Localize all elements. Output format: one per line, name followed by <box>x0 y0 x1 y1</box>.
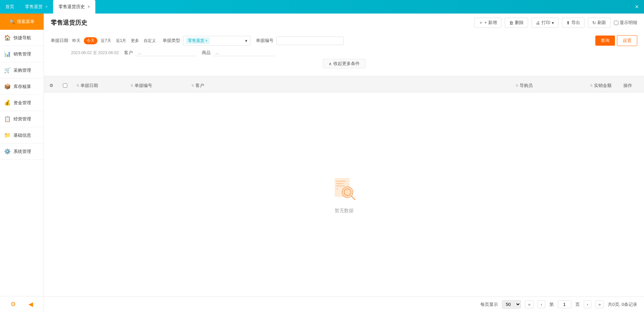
doc-type-tag-text: 零售退货 <box>188 38 204 44</box>
query-button[interactable]: 查询 <box>595 36 615 46</box>
sidebar: 🔍 搜索菜单 🏠 快捷导航 📊 销售管理 🛒 采购管理 📦 库存核算 💰 资金管… <box>0 14 44 312</box>
current-page-input[interactable] <box>558 300 571 308</box>
sidebar-item-basic-info[interactable]: 📁 基础信息 <box>0 127 44 143</box>
sort-guide-icon[interactable]: ⇅ <box>516 84 518 87</box>
nav-tabs: 首页 零售退货 × 零售退货历史 × <box>0 0 629 14</box>
sidebar-item-basic-info-label: 基础信息 <box>14 132 31 138</box>
page-unit: 页 <box>575 302 580 308</box>
doc-type-filter: 单据类型 零售退货 × ▾ <box>163 36 251 46</box>
collapse-sidebar-icon[interactable]: ◀ <box>28 300 33 308</box>
window-close-button[interactable]: × <box>629 3 644 10</box>
sidebar-item-purchase-label: 采购管理 <box>14 67 31 73</box>
date-range-display: 2023-06-02 至 2023-06-02 <box>51 50 119 56</box>
sidebar-item-operations[interactable]: 📋 经营管理 <box>0 111 44 127</box>
prev-page-button[interactable]: ‹ <box>538 300 545 308</box>
shortcut-yesterday[interactable]: 昨天 <box>71 37 82 44</box>
empty-text: 暂无数据 <box>335 208 354 214</box>
doc-type-label: 单据类型 <box>163 38 180 44</box>
filter-row-2: 2023-06-02 至 2023-06-02 客户 商品 <box>51 49 637 56</box>
add-button[interactable]: ＋ + 新增 <box>474 18 501 28</box>
show-detail-checkbox[interactable] <box>614 21 618 25</box>
header-operation: 操作 <box>614 83 641 89</box>
shortcut-custom[interactable]: 自定义 <box>142 37 157 44</box>
table-container: ⚙ ⇅ 单据日期 ⇅ 单据编号 ⇅ 客户 ⇅ <box>44 79 644 312</box>
page-size-label: 每页显示 <box>480 302 498 308</box>
svg-line-6 <box>352 196 355 200</box>
page-label: 第 <box>549 302 554 308</box>
tab-home[interactable]: 首页 <box>0 0 20 14</box>
sort-docno-icon[interactable]: ⇅ <box>130 84 133 87</box>
shortcut-1month[interactable]: 近1月 <box>115 37 128 44</box>
sidebar-item-sales-label: 销售管理 <box>14 51 31 57</box>
header-docno-label: 单据编号 <box>135 83 152 89</box>
goods-input[interactable] <box>213 49 274 56</box>
refresh-label: 刷新 <box>597 20 606 26</box>
main-layout: 🔍 搜索菜单 🏠 快捷导航 📊 销售管理 🛒 采购管理 📦 库存核算 💰 资金管… <box>0 14 644 312</box>
select-all-checkbox[interactable] <box>63 83 67 88</box>
tab-retail-return-close[interactable]: × <box>45 4 48 9</box>
doc-type-tag-close[interactable]: × <box>205 39 207 43</box>
settings-bottom-icon[interactable]: ⚙ <box>10 300 16 308</box>
show-detail-checkbox-label[interactable]: 显示明细 <box>614 20 637 26</box>
date-filter-label: 单据日期 <box>51 38 68 44</box>
export-icon: ⬆ <box>566 20 570 25</box>
sidebar-item-system-label: 系统管理 <box>14 149 31 155</box>
svg-point-7 <box>337 188 338 190</box>
shortcut-more[interactable]: 更多 <box>129 37 140 44</box>
header-docno: ⇅ 单据编号 <box>128 83 189 89</box>
sort-amount-icon[interactable]: ⇅ <box>590 84 593 87</box>
print-icon: 🖨 <box>536 20 540 25</box>
header-customer-label: 客户 <box>195 83 204 89</box>
sort-date-icon[interactable]: ⇅ <box>76 84 79 87</box>
date-range-text: 2023-06-02 至 2023-06-02 <box>71 50 119 56</box>
basic-info-icon: 📁 <box>4 132 11 138</box>
finance-icon: 💰 <box>4 99 11 106</box>
sidebar-search[interactable]: 🔍 搜索菜单 <box>0 14 44 30</box>
inventory-icon: 📦 <box>4 83 11 90</box>
page-title: 零售退货历史 <box>51 19 87 27</box>
tab-retail-return[interactable]: 零售退货 × <box>20 0 53 14</box>
header-actions: ＋ + 新增 🗑 删除 🖨 打印 ▾ ⬆ 导出 <box>474 18 637 28</box>
shortcut-today[interactable]: 今天 <box>84 37 97 44</box>
header-customer: ⇅ 客户 <box>189 83 513 89</box>
doc-type-select[interactable]: 零售退货 × ▾ <box>183 36 251 46</box>
goods-filter: 商品 <box>202 49 274 56</box>
doc-no-input[interactable] <box>276 37 344 45</box>
content-area: 零售退货历史 ＋ + 新增 🗑 删除 🖨 打印 ▾ <box>44 14 644 312</box>
header-guide-label: 导购员 <box>520 83 533 89</box>
total-text: 共0页, 0条记录 <box>608 302 637 308</box>
print-button[interactable]: 🖨 打印 ▾ <box>531 18 558 28</box>
table-settings-icon[interactable]: ⚙ <box>49 83 53 88</box>
svg-rect-3 <box>336 185 345 186</box>
sidebar-item-purchase[interactable]: 🛒 采购管理 <box>0 62 44 79</box>
sidebar-item-quick-nav[interactable]: 🏠 快捷导航 <box>0 30 44 46</box>
next-page-button[interactable]: › <box>584 300 591 308</box>
header-settings[interactable]: ⚙ <box>47 83 60 88</box>
filter-row-1: 单据日期 昨天 今天 近7天 近1月 更多 自定义 单据类型 <box>51 35 637 46</box>
sidebar-item-sales[interactable]: 📊 销售管理 <box>0 46 44 62</box>
filter-area: 单据日期 昨天 今天 近7天 近1月 更多 自定义 单据类型 <box>51 32 637 76</box>
shortcut-7days[interactable]: 近7天 <box>99 37 113 44</box>
customer-filter: 客户 <box>124 49 196 56</box>
sidebar-item-finance[interactable]: 💰 资金管理 <box>0 95 44 111</box>
customer-input[interactable] <box>136 49 196 56</box>
page-size-select[interactable]: 50 10 20 100 <box>502 300 521 309</box>
refresh-button[interactable]: ↻ 刷新 <box>588 18 611 28</box>
customer-label: 客户 <box>124 50 133 56</box>
settings-button[interactable]: 设置 <box>617 35 637 46</box>
doc-type-dropdown-icon: ▾ <box>245 38 247 43</box>
goods-label: 商品 <box>202 50 211 56</box>
delete-icon: 🗑 <box>509 20 514 25</box>
first-page-button[interactable]: « <box>525 300 533 308</box>
collapse-filter-button[interactable]: ∧ 收起更多条件 <box>323 59 365 68</box>
sidebar-item-inventory[interactable]: 📦 库存核算 <box>0 79 44 95</box>
sort-customer-icon[interactable]: ⇅ <box>191 84 194 87</box>
tab-retail-return-history-close[interactable]: × <box>88 4 90 9</box>
delete-button[interactable]: 🗑 删除 <box>505 18 528 28</box>
header-checkbox[interactable] <box>60 83 74 88</box>
tab-retail-return-history[interactable]: 零售退货历史 × <box>53 0 95 14</box>
export-button[interactable]: ⬆ 导出 <box>562 18 585 28</box>
sidebar-item-system[interactable]: ⚙️ 系统管理 <box>0 143 44 160</box>
last-page-button[interactable]: » <box>595 300 604 308</box>
delete-label: 删除 <box>515 20 524 26</box>
